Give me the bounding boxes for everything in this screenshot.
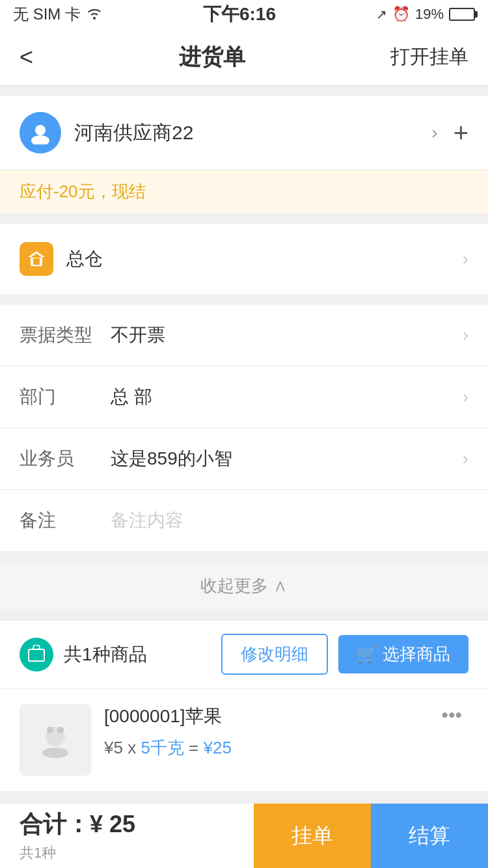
supplier-row[interactable]: 河南供应商22 › + bbox=[0, 96, 488, 170]
svg-point-0 bbox=[35, 125, 46, 135]
department-row[interactable]: 部门 总 部 › bbox=[0, 366, 488, 428]
svg-point-4 bbox=[42, 748, 68, 758]
product-thumbnail bbox=[20, 704, 91, 776]
bill-type-row[interactable]: 票据类型 不开票 › bbox=[0, 305, 488, 366]
supplier-avatar bbox=[20, 112, 61, 154]
bill-type-label: 票据类型 bbox=[20, 323, 111, 347]
products-section: 共1种商品 修改明细 🛒 选择商品 [0000001]苹果 ¥5 x 5千克 bbox=[0, 621, 488, 791]
product-name: [0000001]苹果 bbox=[104, 704, 435, 729]
supplier-name: 河南供应商22 bbox=[74, 120, 431, 146]
product-count: 共1种商品 bbox=[64, 642, 221, 667]
status-bar: 无 SIM 卡 下午6:16 ↗ ⏰ 19% bbox=[0, 0, 488, 29]
salesperson-row[interactable]: 业务员 这是859的小智 › bbox=[0, 428, 488, 490]
status-time: 下午6:16 bbox=[203, 2, 276, 27]
status-left: 无 SIM 卡 bbox=[13, 4, 103, 25]
bill-type-value: 不开票 bbox=[111, 323, 463, 347]
product-cart-icon bbox=[20, 638, 53, 671]
remark-input[interactable]: 备注内容 bbox=[111, 508, 468, 533]
location-icon: ↗ bbox=[376, 7, 387, 22]
nav-bar: < 进货单 打开挂单 bbox=[0, 29, 488, 86]
salesperson-value: 这是859的小智 bbox=[111, 446, 463, 471]
carrier-text: 无 SIM 卡 bbox=[13, 4, 81, 25]
product-header: 共1种商品 修改明细 🛒 选择商品 bbox=[0, 621, 488, 688]
svg-point-5 bbox=[47, 727, 53, 733]
salesperson-label: 业务员 bbox=[20, 446, 111, 471]
product-more-button[interactable]: ••• bbox=[435, 704, 468, 726]
product-quantity: 5千克 bbox=[141, 738, 183, 757]
bill-type-chevron-icon: › bbox=[463, 325, 468, 346]
remark-label: 备注 bbox=[20, 508, 111, 533]
alarm-icon: ⏰ bbox=[392, 6, 410, 23]
warehouse-section: 总仓 › bbox=[0, 224, 488, 294]
add-supplier-button[interactable]: + bbox=[454, 118, 468, 148]
battery-text: 19% bbox=[415, 6, 444, 23]
salesperson-chevron-icon: › bbox=[463, 448, 468, 469]
product-info: [0000001]苹果 ¥5 x 5千克 = ¥25 bbox=[104, 704, 435, 759]
svg-point-6 bbox=[57, 727, 64, 733]
footer: 合计：¥ 25 共1种 挂单 结算 bbox=[0, 803, 488, 868]
total-count: 共1种 bbox=[20, 843, 234, 863]
collapse-toggle[interactable]: 收起更多 ∧ bbox=[0, 562, 488, 610]
pending-button[interactable]: 挂单 bbox=[254, 804, 371, 868]
page-title: 进货单 bbox=[179, 42, 245, 72]
status-right: ↗ ⏰ 19% bbox=[376, 6, 475, 23]
form-section: 票据类型 不开票 › 部门 总 部 › 业务员 这是859的小智 › 备注 备注… bbox=[0, 305, 488, 551]
notice-bar: 应付-20元，现结 bbox=[0, 170, 488, 213]
warehouse-icon bbox=[20, 242, 53, 276]
edit-detail-button[interactable]: 修改明细 bbox=[221, 634, 328, 675]
battery-icon bbox=[449, 8, 475, 21]
remark-row[interactable]: 备注 备注内容 bbox=[0, 490, 488, 551]
open-pending-button[interactable]: 打开挂单 bbox=[390, 44, 468, 70]
cart-icon: 🛒 bbox=[357, 644, 377, 664]
product-price: ¥5 x 5千克 = ¥25 bbox=[104, 737, 435, 759]
product-total: ¥25 bbox=[204, 738, 232, 757]
footer-total: 合计：¥ 25 共1种 bbox=[0, 809, 254, 863]
svg-point-1 bbox=[31, 135, 49, 144]
warehouse-name: 总仓 bbox=[66, 247, 463, 271]
department-value: 总 部 bbox=[111, 385, 463, 409]
warehouse-row[interactable]: 总仓 › bbox=[0, 224, 488, 294]
select-product-button[interactable]: 🛒 选择商品 bbox=[338, 635, 468, 673]
wifi-icon bbox=[86, 5, 103, 23]
product-item: [0000001]苹果 ¥5 x 5千克 = ¥25 ••• bbox=[0, 688, 488, 791]
warehouse-chevron-icon: › bbox=[463, 249, 468, 269]
department-label: 部门 bbox=[20, 385, 111, 409]
back-button[interactable]: < bbox=[20, 44, 33, 71]
supplier-chevron-icon: › bbox=[431, 122, 437, 143]
svg-rect-2 bbox=[29, 649, 44, 661]
department-chevron-icon: › bbox=[463, 387, 468, 407]
total-amount: 合计：¥ 25 bbox=[20, 809, 234, 841]
settle-button[interactable]: 结算 bbox=[371, 804, 488, 868]
supplier-section: 河南供应商22 › + 应付-20元，现结 bbox=[0, 96, 488, 213]
